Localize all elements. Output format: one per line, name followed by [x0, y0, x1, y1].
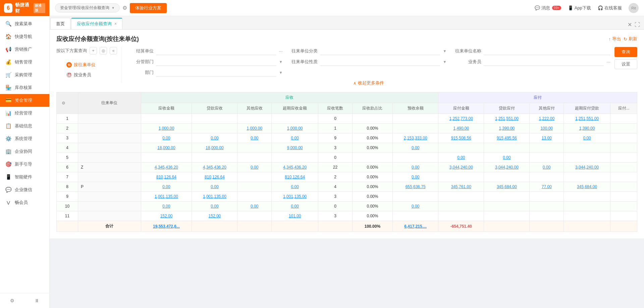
sidebar-item-operation[interactable]: 📊 经营管理	[0, 107, 49, 120]
tab-close-icon[interactable]: ×	[114, 21, 117, 26]
sidebar-item-hardware[interactable]: 📱 智能硬件	[0, 171, 49, 183]
unit-nature-input[interactable]	[320, 58, 440, 66]
cell-ar_loan[interactable]: 1,001,135.00	[192, 192, 237, 202]
settlement-unit-dots-icon[interactable]: ···	[279, 48, 283, 54]
sidebar-item-sales[interactable]: 💰 销售管理	[0, 56, 49, 69]
cell-ar_loan[interactable]: 810,126.64	[192, 172, 237, 182]
cell-ar_amount[interactable]: 18,000.00	[141, 143, 192, 153]
table-header-settings[interactable]: ⚙	[57, 92, 78, 114]
cell-ap_overdue[interactable]: 345,684.00	[564, 182, 610, 192]
message-action[interactable]: 💬 消息 99+	[535, 5, 561, 11]
cell-ar_overdue[interactable]: 9,000.00	[272, 143, 318, 153]
sidebar-item-wechat[interactable]: 💬 企业微信	[0, 183, 49, 196]
cell-ap_loan[interactable]: 1,390.00	[484, 124, 530, 133]
filter-collapse-icon[interactable]: «	[110, 47, 117, 54]
filter-add-button[interactable]: +	[90, 47, 97, 54]
cell-ap_amount[interactable]: 3,044,240.00	[438, 163, 484, 172]
filter-target-icon[interactable]: ◎	[100, 47, 107, 54]
cell-ar_amount[interactable]: 1,000.00	[141, 124, 192, 133]
breadcrumb[interactable]: 资金管理/应收应付余额查询 ▼	[55, 3, 120, 12]
cell-ap_loan[interactable]: 3,044,240.00	[484, 163, 530, 172]
salesman-dots-icon[interactable]: ···	[606, 59, 610, 64]
dept-chevron-icon[interactable]: ▼	[279, 71, 283, 75]
cell-ar_other[interactable]: 1,000.00	[237, 124, 272, 133]
cell-ar_loan[interactable]: 152.00	[192, 211, 237, 221]
collapse-bar[interactable]: ∧ 收起更多条件	[127, 78, 610, 88]
cell-ap_overdue[interactable]: 1,251,551.00	[564, 114, 610, 124]
cell-ap_amount[interactable]: 915,508.56	[438, 133, 484, 143]
cell-ar_prepay[interactable]: 0.00	[393, 172, 438, 182]
dept-manage-chevron-icon[interactable]: ▼	[279, 60, 283, 64]
user-avatar[interactable]: Rit	[629, 3, 639, 13]
cell-ap_overdue[interactable]: 3,044,240.00	[564, 163, 610, 172]
unit-name-input[interactable]	[484, 47, 610, 55]
cell-ap_amount[interactable]: 345,761.00	[438, 182, 484, 192]
cell-ar_prepay[interactable]: 0.00	[393, 143, 438, 153]
salesman-input[interactable]	[484, 58, 604, 66]
cell-ar_amount[interactable]: 152.00	[141, 211, 192, 221]
refresh-button[interactable]: ↻ 刷新	[624, 36, 637, 42]
dept-input[interactable]	[156, 69, 276, 77]
cell-ap_loan[interactable]: 1,251,551.00	[484, 114, 530, 124]
cell-ap_overdue[interactable]: 1,390.00	[564, 124, 610, 133]
cell-ar_loan[interactable]: 0.00	[192, 202, 237, 211]
cell-ar_prepay[interactable]: 0.00	[393, 202, 438, 211]
cell-ap_amount[interactable]: 0.00	[438, 153, 484, 163]
header-settings-icon[interactable]: ⚙	[122, 5, 127, 11]
cell-ar_amount[interactable]: 0.00	[141, 202, 192, 211]
cell-ar_other[interactable]: 0.00	[237, 163, 272, 172]
cell-ap_loan[interactable]: 915,495.56	[484, 133, 530, 143]
cell-ar_prepay[interactable]: 0.00	[393, 163, 438, 172]
footer-ar-amount[interactable]: 19,553,472,6...	[141, 221, 192, 232]
cell-ar_loan[interactable]: 4,345,436.20	[192, 163, 237, 172]
sidebar-item-purchase[interactable]: 🛒 采购管理	[0, 69, 49, 81]
settings-button[interactable]: 设置	[614, 59, 637, 69]
dept-manage-input[interactable]	[156, 58, 276, 66]
cell-ar_prepay[interactable]: 2,153,333.00	[393, 133, 438, 143]
cell-ap_other[interactable]: 100.00	[530, 124, 564, 133]
sidebar-item-corp[interactable]: 🏢 企业协同	[0, 145, 49, 158]
cell-ar_overdue[interactable]: 1,001,135.00	[272, 192, 318, 202]
online-service-action[interactable]: 🎧 在线客服	[598, 5, 622, 11]
settlement-unit-input[interactable]	[156, 47, 276, 55]
tab-expand-icon[interactable]: ⛶	[635, 22, 640, 28]
cell-ap_loan[interactable]: 345,684.00	[484, 182, 530, 192]
cell-ar_overdue[interactable]: 810,126.64	[272, 172, 318, 182]
cell-ap_other[interactable]: 77.00	[530, 182, 564, 192]
cell-ar_overdue[interactable]: 0.00	[272, 202, 318, 211]
sidebar-item-basic[interactable]: 📋 基础信息	[0, 120, 49, 132]
sidebar-item-member[interactable]: V 畅会员	[0, 196, 49, 209]
cell-ar_overdue[interactable]: 101.00	[272, 211, 318, 221]
sidebar-settings-btn[interactable]: ⚙	[7, 296, 18, 305]
cell-ap_amount[interactable]: 1,252,773.00	[438, 114, 484, 124]
cell-ar_other[interactable]: 0.00	[237, 133, 272, 143]
cell-ar_prepay[interactable]: 655,636.75	[393, 182, 438, 192]
cell-ar_amount[interactable]: 810,126.64	[141, 172, 192, 182]
cell-ar_amount[interactable]: 0.00	[141, 133, 192, 143]
tab-home[interactable]: 首页	[50, 18, 70, 29]
cell-ar_loan[interactable]: 18,000.00	[192, 143, 237, 153]
cell-ar_other[interactable]: 0.00	[237, 202, 272, 211]
sidebar-item-inventory[interactable]: 🏪 库存核算	[0, 81, 49, 94]
cell-ar_loan[interactable]: 0.00	[192, 182, 237, 192]
cell-ap_amount[interactable]: 1,490.00	[438, 124, 484, 133]
sidebar-item-guide[interactable]: 🎯 新手引导	[0, 158, 49, 171]
tab-close-window-icon[interactable]: ✕	[628, 21, 632, 28]
sidebar-item-quicknav[interactable]: 🏠 快捷导航	[0, 30, 49, 43]
cell-ap_other[interactable]: 1,222.00	[530, 114, 564, 124]
cell-ap_other[interactable]: 13.00	[530, 133, 564, 143]
cell-ar_overdue[interactable]: 1,000.00	[272, 124, 318, 133]
cell-ar_overdue[interactable]: 0.00	[272, 133, 318, 143]
query-button[interactable]: 查询	[614, 47, 637, 57]
promo-button[interactable]: 体验行业方案	[130, 3, 167, 13]
app-download-action[interactable]: 📱 App下载	[568, 5, 591, 11]
unit-nature-chevron-icon[interactable]: ▼	[443, 60, 446, 64]
cell-ap_other[interactable]: 0.00	[530, 163, 564, 172]
scheme-by-staff[interactable]: ⏰ 按业务员	[56, 70, 117, 80]
cell-ar_amount[interactable]: 0.00	[141, 182, 192, 192]
cell-ar_overdue[interactable]: 4,345,436.20	[272, 163, 318, 172]
sidebar-item-marketing[interactable]: 📢 营销推广	[0, 43, 49, 56]
scheme-by-unit[interactable]: 畅 按往来单位	[56, 60, 117, 70]
export-button[interactable]: ↑ 导出	[609, 36, 621, 42]
sidebar-item-search[interactable]: 🔍 搜索菜单	[0, 17, 49, 30]
